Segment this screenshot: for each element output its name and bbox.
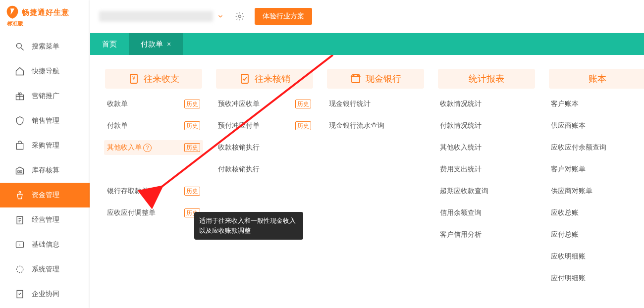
- menu-item[interactable]: 其他收入单?历史: [104, 140, 203, 155]
- close-icon[interactable]: ×: [167, 40, 171, 48]
- menu-item[interactable]: 供应商账本: [551, 120, 644, 131]
- sidebar-item-label: 营销推广: [32, 92, 59, 101]
- menu-item[interactable]: 现金银行统计: [329, 99, 422, 109]
- content: ¥往来收支收款单历史付款单历史其他收入单?历史费用支出单?历史银行存取款单历史应…: [90, 55, 644, 308]
- menu-item-label: 付款单: [107, 121, 128, 129]
- history-badge[interactable]: 历史: [184, 100, 200, 108]
- sidebar-item-4[interactable]: 采购管理: [0, 133, 90, 158]
- menu-item-label: 收款情况统计: [440, 100, 482, 107]
- menu-item-label: 现金银行统计: [329, 100, 371, 107]
- menu-item[interactable]: 应收应付调整单历史: [107, 207, 200, 218]
- sidebar-item-label: 搜索菜单: [32, 42, 59, 51]
- menu-item[interactable]: 应付明细账: [551, 273, 644, 284]
- org-selector[interactable]: [99, 11, 235, 22]
- sidebar-item-10[interactable]: 企业协同: [0, 282, 90, 307]
- menu-item-label: 客户账本: [551, 100, 579, 107]
- tab-home[interactable]: 首页: [90, 33, 129, 55]
- settings-gear-icon[interactable]: [235, 11, 245, 21]
- history-badge[interactable]: 历史: [184, 143, 200, 152]
- section-grid: ¥往来收支收款单历史付款单历史其他收入单?历史费用支出单?历史银行存取款单历史应…: [105, 69, 629, 284]
- menu-item[interactable]: 预收冲应收单历史: [218, 99, 311, 109]
- svg-text:¥: ¥: [132, 76, 135, 81]
- menu-item[interactable]: 供应商对账单: [551, 186, 644, 197]
- svg-point-16: [16, 266, 23, 272]
- sidebar-item-1[interactable]: 快捷导航: [0, 59, 90, 84]
- section-rows: 收款情况统计付款情况统计其他收入统计费用支出统计超期应收款查询信用余额查询客户信…: [438, 99, 535, 240]
- org-name-blurred: [99, 11, 213, 22]
- section-3: 统计报表收款情况统计付款情况统计其他收入统计费用支出统计超期应收款查询信用余额查…: [438, 69, 535, 284]
- menu-item[interactable]: 应收总账: [551, 207, 644, 218]
- menu-item[interactable]: 客户信用分析: [440, 229, 533, 240]
- history-badge[interactable]: 历史: [295, 100, 311, 108]
- history-badge[interactable]: 历史: [295, 121, 311, 130]
- sidebar-item-0[interactable]: 搜索菜单: [0, 34, 90, 59]
- topbar: 体验行业方案: [90, 0, 644, 33]
- sidebar-item-2[interactable]: 营销推广: [0, 84, 90, 108]
- help-icon[interactable]: ?: [143, 144, 152, 152]
- menu-item[interactable]: 应收明细账: [551, 251, 644, 262]
- menu-item-label: 现金银行流水查询: [329, 121, 384, 129]
- gift-icon: [15, 91, 25, 101]
- svg-rect-8: [20, 171, 22, 172]
- industry-solution-button[interactable]: 体验行业方案: [255, 8, 312, 25]
- sidebar-item-6[interactable]: 资金管理: [0, 183, 90, 207]
- menu-item-label: 银行存取款单: [107, 187, 149, 195]
- menu-item-label: 其他收入单: [107, 143, 142, 151]
- menu-item[interactable]: 付款情况统计: [440, 120, 533, 131]
- menu-item[interactable]: 应付总账: [551, 229, 644, 240]
- section-rows: 收款单历史付款单历史其他收入单?历史费用支出单?历史银行存取款单历史应收应付调整…: [105, 99, 202, 218]
- menu-item[interactable]: 费用支出统计: [440, 164, 533, 175]
- menu-item-label: 供应商对账单: [551, 187, 592, 195]
- tab-bar: 首页 付款单 ×: [90, 33, 644, 55]
- section-title: 往来核销: [255, 73, 290, 85]
- menu-item-label: 客户信用分析: [440, 230, 482, 238]
- menu-item[interactable]: 信用余额查询: [440, 207, 533, 218]
- menu-item[interactable]: 超期应收款查询: [440, 186, 533, 197]
- menu-item-label: 预收冲应收单: [218, 100, 260, 107]
- receipt-icon: ¥: [128, 73, 140, 85]
- menu-item[interactable]: 付款核销执行: [218, 164, 311, 175]
- menu-item[interactable]: 客户对账单: [551, 164, 644, 175]
- tab-home-label: 首页: [102, 40, 117, 49]
- menu-item[interactable]: 收款单历史: [107, 99, 200, 109]
- svg-rect-6: [16, 144, 23, 150]
- history-badge[interactable]: 历史: [184, 121, 200, 130]
- svg-line-1: [21, 48, 24, 51]
- menu-item[interactable]: 付款单历史: [107, 120, 200, 131]
- menu-item[interactable]: 现金银行流水查询: [329, 120, 422, 131]
- sidebar-nav: 搜索菜单快捷导航营销推广销售管理采购管理库存核算资金管理经营管理i基础信息系统管…: [0, 31, 90, 307]
- grid-icon: i: [15, 240, 25, 250]
- menu-item[interactable]: 收款核销执行: [218, 142, 311, 153]
- menu-item[interactable]: 预付冲应付单历史: [218, 120, 311, 131]
- menu-item[interactable]: 银行存取款单历史: [107, 186, 200, 197]
- sidebar: 畅捷通好生意 标准版 搜索菜单快捷导航营销推广销售管理采购管理库存核算资金管理经…: [0, 0, 90, 308]
- menu-item-label: 付款情况统计: [440, 121, 482, 129]
- section-header: 现金银行: [327, 69, 424, 89]
- sidebar-item-label: 系统管理: [32, 265, 59, 274]
- money-icon: [15, 190, 25, 200]
- home-icon: [15, 66, 25, 76]
- sidebar-item-7[interactable]: 经营管理: [0, 207, 90, 232]
- sidebar-item-label: 资金管理: [32, 191, 59, 200]
- sidebar-item-5[interactable]: 库存核算: [0, 158, 90, 183]
- history-badge[interactable]: 历史: [184, 187, 200, 196]
- menu-item-label: 信用余额查询: [440, 208, 482, 216]
- sidebar-item-9[interactable]: 系统管理: [0, 257, 90, 282]
- gear-dashed-icon: [15, 264, 25, 274]
- section-title: 现金银行: [366, 73, 401, 85]
- menu-item[interactable]: 客户账本: [551, 99, 644, 109]
- warehouse-icon: [15, 165, 25, 175]
- sidebar-item-label: 基础信息: [32, 240, 59, 249]
- menu-item[interactable]: 应收应付余额查询: [551, 142, 644, 153]
- tab-payment[interactable]: 付款单 ×: [129, 33, 183, 55]
- menu-item[interactable]: 其他收入统计: [440, 142, 533, 153]
- sidebar-item-8[interactable]: i基础信息: [0, 232, 90, 257]
- chevron-down-icon: [217, 13, 224, 20]
- section-title: 往来收支: [144, 73, 179, 85]
- menu-item[interactable]: 收款情况统计: [440, 99, 533, 109]
- menu-item-label: 客户对账单: [551, 165, 586, 173]
- svg-text:i: i: [19, 243, 20, 247]
- section-header: ¥往来收支: [105, 69, 202, 89]
- menu-item-label: 费用支出统计: [440, 165, 482, 173]
- sidebar-item-3[interactable]: 销售管理: [0, 108, 90, 133]
